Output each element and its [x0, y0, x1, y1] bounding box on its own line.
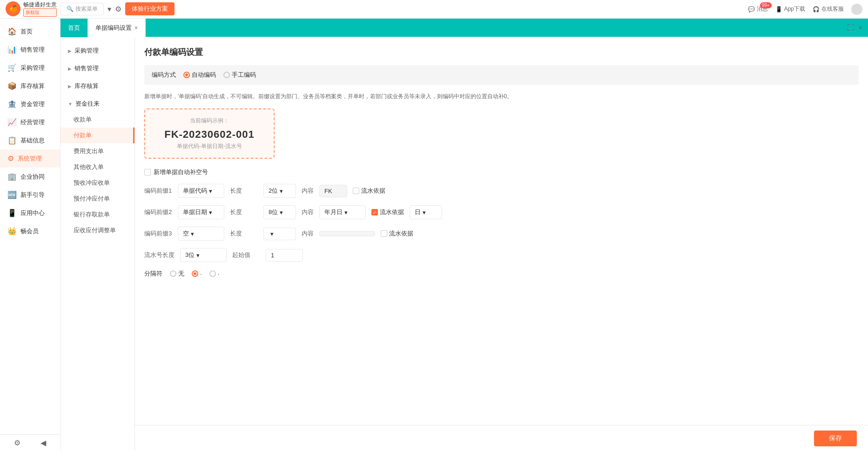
purchase-icon: 🛒 — [7, 63, 17, 72]
subnav-title-inventory[interactable]: ▶ 库存核算 — [61, 78, 135, 94]
length2-select[interactable]: 8位 ▾ — [263, 205, 296, 219]
online-service-btn[interactable]: 🎧 在线客服 — [813, 5, 844, 13]
subnav-item-bank[interactable]: 银行存取款单 — [61, 207, 135, 222]
subnav-sales-label: 销售管理 — [74, 64, 99, 73]
system-icon: ⚙ — [7, 154, 14, 163]
sidebar-item-inventory[interactable]: 📦 库存核算 — [0, 77, 60, 95]
subnav-inventory-label: 库存核算 — [74, 82, 99, 90]
logo-text: 畅捷通好生意 — [23, 1, 57, 8]
separator-dash-dot[interactable] — [209, 270, 216, 277]
sidebar-item-home[interactable]: 🏠 首页 — [0, 22, 60, 40]
separator-none-dot[interactable] — [170, 270, 176, 277]
length3-label: 长度 — [230, 229, 258, 238]
length3-select[interactable]: ▾ — [263, 228, 296, 240]
length1-select[interactable]: 2位 ▾ — [263, 184, 296, 198]
settings-icon[interactable]: ⚙ — [115, 5, 121, 13]
logo-icon: 🍊 — [6, 1, 20, 16]
sidebar-settings-btn[interactable]: ⚙ — [14, 438, 20, 447]
search-menu[interactable]: 🔍 搜索菜单 — [61, 3, 104, 15]
tab-closewindow-btn[interactable]: × — [858, 24, 862, 32]
prefix1-select[interactable]: 单据代码 ▾ — [178, 184, 224, 198]
subnav-item-prepay-pay[interactable]: 预付冲应付单 — [61, 191, 135, 207]
sidebar-item-guide[interactable]: 🆕 新手引导 — [0, 186, 60, 204]
bottom-bar: 保存 — [135, 425, 868, 451]
sidebar-item-purchase[interactable]: 🛒 采购管理 — [0, 59, 60, 77]
serial-length-select[interactable]: 3位 ▾ — [180, 248, 227, 262]
sidebar-item-member[interactable]: 👑 畅会员 — [0, 222, 60, 240]
prefix3-dropdown-icon: ▾ — [191, 230, 194, 237]
service-icon: 🎧 — [813, 6, 820, 13]
sales-icon: 📊 — [7, 45, 17, 54]
sidebar-item-system[interactable]: ⚙ 系统管理 — [0, 149, 60, 168]
subnav-purchase-label: 采购管理 — [74, 47, 99, 55]
subnav-item-prepay-collect[interactable]: 预收冲应收单 — [61, 175, 135, 191]
message-btn[interactable]: 💬 消息 99+ — [748, 5, 768, 13]
sidebar-item-finance[interactable]: 🏦 资金管理 — [0, 95, 60, 113]
chevron-down-icon: ▼ — [68, 101, 73, 107]
subnav-title-purchase[interactable]: ▶ 采购管理 — [61, 43, 135, 59]
dropdown-arrow[interactable]: ▾ — [108, 5, 111, 13]
sidebar-item-guide-label: 新手引导 — [20, 191, 45, 199]
tab-maximize-btn[interactable]: ⛶ — [847, 24, 855, 32]
prefix3-select[interactable]: 空 ▾ — [178, 227, 224, 241]
search-label: 搜索菜单 — [75, 5, 98, 13]
tab-home[interactable]: 首页 — [61, 19, 88, 37]
tab-close-icon[interactable]: × — [135, 25, 138, 31]
tab-current[interactable]: 单据编码设置 × — [88, 19, 146, 37]
stream2-checkbox[interactable]: ✓ — [371, 209, 378, 215]
auto-encode-dot[interactable] — [183, 72, 190, 78]
subnav-item-arap[interactable]: 应收应付调整单 — [61, 222, 135, 238]
subnav-group-capital: ▼ 资金往来 收款单 付款单 费用支出单 其他收入单 预收冲应收单 预付冲应付单… — [61, 96, 135, 238]
finance-icon: 🏦 — [7, 100, 17, 108]
subnav-title-capital[interactable]: ▼ 资金往来 — [61, 96, 135, 112]
length2-dropdown-icon: ▾ — [280, 209, 283, 216]
separator-none-radio[interactable]: 无 — [170, 269, 184, 278]
prefix2-select[interactable]: 单据日期 ▾ — [178, 205, 224, 219]
stream2-select[interactable]: 日 ▾ — [410, 205, 442, 219]
prefix3-select-val: 空 — [183, 229, 189, 238]
subnav-item-other-income[interactable]: 其他收入单 — [61, 159, 135, 175]
prefix2-select-val: 单据日期 — [183, 208, 207, 216]
manual-encode-label: 手工编码 — [232, 71, 256, 79]
content3-value — [319, 231, 375, 236]
sidebar-items: 🏠 首页 📊 销售管理 🛒 采购管理 📦 库存核算 🏦 资金管理 📈 经 — [0, 19, 60, 434]
stream1-checkbox-row: 流水依据 — [353, 187, 385, 195]
serial-row: 流水号长度 3位 ▾ 起始值 1 — [144, 248, 859, 262]
content2-select[interactable]: 年月日 ▾ — [319, 205, 366, 219]
content1-label: 内容 — [302, 187, 314, 195]
sidebar-item-enterprise[interactable]: 🏢 企业协同 — [0, 168, 60, 186]
sidebar-collapse-btn[interactable]: ◀ — [40, 438, 46, 447]
separator-dot-radio[interactable]: · — [192, 270, 202, 277]
service-label: 在线客服 — [821, 5, 844, 13]
sidebar-item-operations[interactable]: 📈 经营管理 — [0, 113, 60, 131]
app-download-btn[interactable]: 📱 App下载 — [775, 5, 805, 13]
stream2-label: 流水依据 — [380, 208, 404, 216]
topbar: 🍊 畅捷通好生意 旗舰版 🔍 搜索菜单 ▾ ⚙ 体验行业方案 💬 消息 99+ … — [0, 0, 868, 19]
user-avatar[interactable] — [851, 4, 862, 15]
stream3-checkbox[interactable] — [381, 230, 387, 237]
subnav-item-payment[interactable]: 付款单 — [61, 128, 135, 143]
start-value-input[interactable]: 1 — [266, 249, 303, 262]
sidebar-item-apps[interactable]: 📱 应用中心 — [0, 204, 60, 222]
sidebar-item-basic[interactable]: 📋 基础信息 — [0, 131, 60, 149]
separator-dash-radio[interactable]: · — [209, 270, 220, 277]
manual-encode-radio[interactable]: 手工编码 — [223, 71, 256, 79]
auto-encode-radio[interactable]: 自动编码 — [183, 71, 216, 79]
subnav-item-receipt[interactable]: 收款单 — [61, 112, 135, 128]
separator-dot-dot[interactable] — [192, 270, 198, 277]
sidebar-item-purchase-label: 采购管理 — [20, 64, 45, 72]
subnav-title-sales[interactable]: ▶ 销售管理 — [61, 61, 135, 76]
chevron-right-icon: ▶ — [68, 48, 72, 54]
save-button[interactable]: 保存 — [814, 431, 857, 446]
content3-label: 内容 — [302, 229, 314, 238]
stream1-checkbox[interactable] — [353, 188, 359, 194]
sidebar-item-sales[interactable]: 📊 销售管理 — [0, 40, 60, 59]
manual-encode-dot[interactable] — [223, 72, 230, 78]
sidebar-item-operations-label: 经营管理 — [20, 118, 45, 127]
trial-button[interactable]: 体验行业方案 — [125, 2, 175, 15]
length1-dropdown-icon: ▾ — [280, 188, 283, 195]
subnav-item-expense[interactable]: 费用支出单 — [61, 143, 135, 159]
serial-length-dropdown-icon: ▾ — [196, 252, 200, 259]
auto-fill-checkbox[interactable] — [144, 169, 151, 175]
example-desc: 单据代码-单据日期-流水号 — [177, 142, 242, 150]
